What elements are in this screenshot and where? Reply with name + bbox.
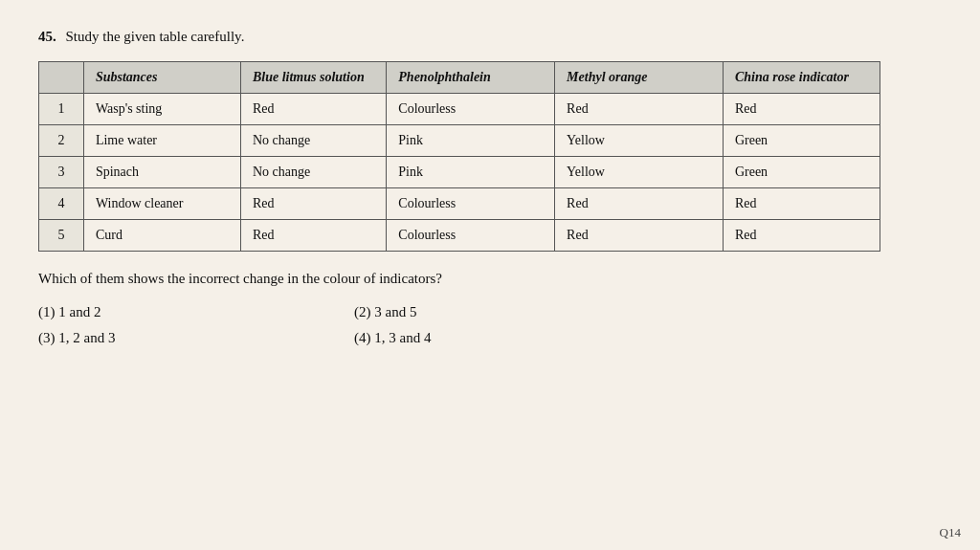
option-2[interactable]: (2) 3 and 5 [354, 304, 612, 320]
cell-phenol: Colourless [387, 220, 555, 252]
cell-num: 1 [39, 94, 84, 125]
cell-substance: Lime water [83, 125, 240, 157]
cell-phenol: Colourless [387, 188, 555, 220]
table-row: 1 Wasp's sting Red Colourless Red Red [39, 94, 880, 125]
col-header-blue: Blue litmus solution [240, 62, 386, 94]
cell-methyl: Yellow [555, 125, 724, 157]
cell-china: Red [723, 220, 880, 252]
cell-phenol: Pink [387, 157, 555, 188]
cell-methyl: Red [555, 188, 724, 220]
cell-phenol: Colourless [387, 94, 555, 125]
cell-substance: Spinach [83, 157, 240, 188]
table-row: 4 Window cleaner Red Colourless Red Red [39, 188, 880, 220]
cell-blue: Red [240, 188, 386, 220]
cell-num: 3 [39, 157, 84, 188]
col-header-methyl: Methyl orange [555, 62, 724, 94]
cell-substance: Curd [83, 220, 240, 252]
col-header-num [39, 62, 84, 94]
col-header-substances: Substances [83, 62, 240, 94]
cell-blue: Red [240, 94, 386, 125]
sub-question: Which of them shows the incorrect change… [38, 271, 942, 287]
question-text: Study the given table carefully. [66, 29, 245, 44]
options-grid: (1) 1 and 2(2) 3 and 5(3) 1, 2 and 3(4) … [38, 304, 612, 346]
cell-blue: No change [240, 125, 386, 157]
cell-china: Red [723, 188, 880, 220]
cell-methyl: Red [555, 94, 724, 125]
cell-phenol: Pink [387, 125, 555, 157]
cell-num: 4 [39, 188, 84, 220]
cell-substance: Wasp's sting [83, 94, 240, 125]
table-row: 3 Spinach No change Pink Yellow Green [39, 157, 880, 188]
cell-substance: Window cleaner [83, 188, 240, 220]
indicator-table: Substances Blue litmus solution Phenolph… [38, 61, 880, 252]
cell-num: 2 [39, 125, 84, 157]
cell-china: Red [723, 94, 880, 125]
col-header-china: China rose indicator [723, 62, 880, 94]
cell-num: 5 [39, 220, 84, 252]
cell-china: Green [723, 125, 880, 157]
table-row: 2 Lime water No change Pink Yellow Green [39, 125, 880, 157]
cell-methyl: Red [555, 220, 724, 252]
cell-blue: Red [240, 220, 386, 252]
table-row: 5 Curd Red Colourless Red Red [39, 220, 880, 252]
option-3[interactable]: (3) 1, 2 and 3 [38, 330, 297, 346]
option-4[interactable]: (4) 1, 3 and 4 [354, 330, 612, 346]
cell-methyl: Yellow [555, 157, 724, 188]
option-1[interactable]: (1) 1 and 2 [38, 304, 297, 320]
question-number: 45. [38, 29, 56, 44]
col-header-phenol: Phenolphthalein [387, 62, 555, 94]
page-number: Q14 [940, 525, 961, 540]
question-header: 45. Study the given table carefully. [38, 29, 942, 45]
cell-blue: No change [240, 157, 386, 188]
cell-china: Green [723, 157, 880, 188]
